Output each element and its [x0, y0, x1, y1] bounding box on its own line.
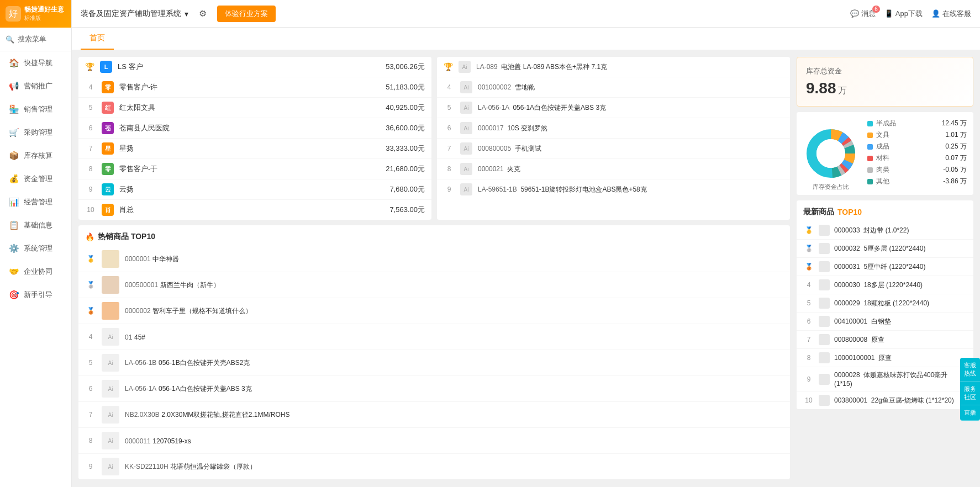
- product-image: Ai: [102, 432, 119, 449]
- product-image: Ai: [102, 406, 119, 424]
- customer-service-button[interactable]: 客服热线: [960, 358, 980, 382]
- table-row: 5 Ai LA-056-1A 056-1A白色按键开关盖ABS 3克: [437, 98, 790, 118]
- list-item: 5 0000029 18颗粒板 (1220*2440): [797, 294, 973, 313]
- rank-num: 🥉: [85, 307, 96, 315]
- nav-icon-purchase: 🛒: [9, 128, 19, 137]
- nav-label-operations: 经营管理: [24, 197, 52, 207]
- logo-icon: 好: [6, 6, 21, 22]
- sidebar-item-finance[interactable]: 💰 资金管理: [0, 167, 71, 190]
- sidebar-item-collab[interactable]: 🤝 企业协同: [0, 260, 71, 283]
- notification-button[interactable]: 💬 消息 6: [850, 9, 876, 19]
- nav-icon-marketing: 📢: [9, 81, 19, 91]
- legend-dot: [867, 133, 873, 138]
- notification-icon: 💬: [850, 9, 859, 18]
- sidebar-item-inventory[interactable]: 📦 库存核算: [0, 144, 71, 167]
- table-row: 5 红 红太阳文具 40,925.00元: [78, 98, 431, 118]
- nav-label-quick: 快捷导航: [24, 58, 52, 68]
- table-row: 9 云 云扬 7,680.00元: [78, 179, 431, 200]
- inventory-value: 9.88: [806, 80, 836, 97]
- product-info: 004100001 白钢垫: [834, 317, 967, 326]
- new-products-header: 最新商品 TOP10: [797, 200, 973, 221]
- svg-point-6: [816, 139, 845, 168]
- customer-name: 红太阳文具: [119, 103, 380, 113]
- tab-home[interactable]: 首页: [81, 28, 114, 50]
- rank-icon: 🥇: [803, 226, 814, 234]
- customer-amount: 7,680.00元: [389, 184, 425, 194]
- product-image: [819, 334, 830, 345]
- avatar: 肖: [102, 204, 114, 216]
- product-info: 0000001 中华神器: [125, 255, 783, 264]
- live-button[interactable]: 直播: [960, 405, 980, 421]
- sidebar-item-purchase[interactable]: 🛒 采购管理: [0, 121, 71, 144]
- rank-num: 4: [803, 281, 814, 289]
- settings-button[interactable]: ⚙: [195, 6, 210, 22]
- list-item: 9 Ai KK-SD22110H 花语萌恒温分罐罐袋（厚款）: [78, 454, 790, 479]
- product-info: 0000029 18颗粒板 (1220*2440): [834, 299, 967, 308]
- sidebar-item-quick-nav[interactable]: 🏠 快捷导航: [0, 51, 71, 75]
- rank-num: 10: [85, 206, 96, 214]
- prod-image: Ai: [460, 142, 472, 155]
- app-badge: 标准版: [24, 14, 64, 22]
- product-info: 0000033 封边带 (1.0*22): [834, 226, 967, 235]
- table-row: 6 Ai 0000017 10S 变刹罗煞: [437, 118, 790, 139]
- hot-products-card: 🔥 热销商品 TOP10 🥇 0000001 中华神器 🥈: [78, 225, 790, 479]
- rank-num: 5: [444, 104, 455, 112]
- sidebar-item-guide[interactable]: 🎯 新手引导: [0, 283, 71, 306]
- sidebar-item-marketing[interactable]: 📢 营销推广: [0, 75, 71, 98]
- sidebar-item-system[interactable]: ⚙️ 系统管理: [0, 237, 71, 260]
- sidebar-search-area[interactable]: 🔍 搜索菜单: [0, 28, 71, 51]
- legend-name: 材料: [876, 153, 942, 163]
- content-area: 🏆 L LS 客户 53,006.26元 4 零 零售客户-许 51,183.0…: [72, 50, 980, 487]
- rank-num: 6: [803, 317, 814, 325]
- product-info: 0000031 5厘中纤 (1220*2440): [834, 262, 967, 272]
- nav-label-basics: 基础信息: [24, 220, 52, 230]
- rank-num: 4: [85, 83, 96, 91]
- sidebar-item-sales[interactable]: 🏪 销售管理: [0, 98, 71, 121]
- chart-legend: 半成品 12.45 万 文具 1.01 万 成品 0.25 万: [867, 119, 967, 188]
- trial-button[interactable]: 体验行业方案: [217, 6, 276, 22]
- medal-icon: 🏆: [444, 62, 453, 71]
- new-products-list: 🥇 0000033 封边带 (1.0*22) 🥈 0000032 5厘多层 (1…: [797, 221, 973, 409]
- legend-name: 半成品: [876, 119, 939, 128]
- list-item: 7 Ai NB2.0X30B 2.0X30MM双搓花轴,搓花直径2.1MM/RO…: [78, 402, 790, 428]
- customer-amount: 40,925.00元: [386, 103, 425, 113]
- product-info: 10000100001 原查: [834, 353, 967, 363]
- app-logo: 好 畅捷通好生意 标准版: [0, 0, 71, 28]
- prod-info: 0000021 夹克: [478, 165, 783, 174]
- app-icon: 📱: [884, 9, 893, 18]
- search-menu-button[interactable]: 🔍 搜索菜单: [6, 32, 66, 46]
- legend-item: 其他 -3.86 万: [867, 177, 967, 186]
- service-icon: 👤: [931, 9, 940, 18]
- prod-info: 0000017 10S 变刹罗煞: [478, 124, 783, 133]
- product-info: 0000030 18多层 (1220*2440): [834, 280, 967, 290]
- product-image: Ai: [102, 458, 119, 475]
- legend-value: 0.25 万: [945, 142, 967, 151]
- rank-num: 7: [85, 145, 96, 152]
- legend-item: 材料 0.07 万: [867, 153, 967, 163]
- rank-num: 🥈: [85, 281, 96, 289]
- online-service-label: 在线客服: [942, 9, 971, 19]
- rank-num: 5: [85, 359, 96, 367]
- nav-icon-guide: 🎯: [9, 290, 19, 300]
- prod-image: Ai: [460, 163, 472, 175]
- list-item: 🥉 0000002 智利车子里（规格不知道填什么）: [78, 298, 790, 324]
- rank-num: 6: [85, 385, 96, 393]
- customer-amount: 33,333.00元: [386, 144, 425, 153]
- community-button[interactable]: 服务社区: [960, 382, 980, 405]
- list-item: 5 Ai LA-056-1B 056-1B白色按键开关壳ABS2克: [78, 350, 790, 376]
- rank-num: 7: [85, 411, 96, 419]
- table-row: 6 苍 苍南县人民医院 36,600.00元: [78, 118, 431, 139]
- sidebar-item-operations[interactable]: 📊 经营管理: [0, 190, 71, 214]
- rank-num: 6: [444, 124, 455, 132]
- sidebar-item-basics[interactable]: 📋 基础信息: [0, 214, 71, 237]
- product-image: [819, 225, 830, 236]
- app-download-button[interactable]: 📱 App下载: [884, 9, 923, 19]
- list-item: 4 0000030 18多层 (1220*2440): [797, 276, 973, 294]
- product-info: NB2.0X30B 2.0X30MM双搓花轴,搓花直径2.1MM/ROHS: [125, 410, 783, 420]
- system-selector[interactable]: 装备及固定资产辅助管理系统 ▾: [81, 9, 188, 19]
- online-service-button[interactable]: 👤 在线客服: [931, 9, 971, 19]
- app-name: 畅捷通好生意: [24, 6, 64, 14]
- legend-item: 肉类 -0.05 万: [867, 165, 967, 174]
- search-icon: 🔍: [6, 35, 14, 44]
- legend-item: 成品 0.25 万: [867, 142, 967, 151]
